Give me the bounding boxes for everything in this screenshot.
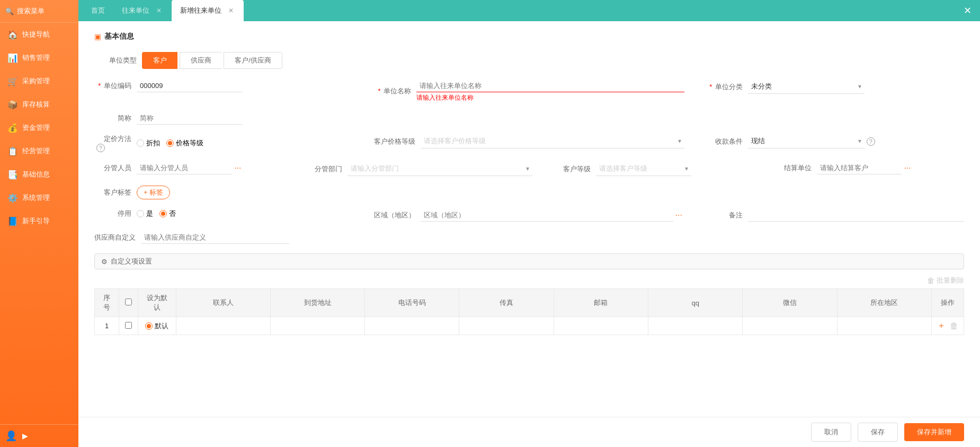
cell-phone[interactable] [365, 317, 459, 335]
radio-price-level[interactable]: 价格等级 [166, 138, 203, 148]
unit-name-required: * [378, 87, 380, 95]
batch-delete-label[interactable]: 批量删除 [937, 276, 964, 285]
sidebar-expand-icon[interactable]: ▶ [22, 432, 28, 440]
th-default: 设为默认 [138, 289, 176, 317]
add-tag-label: + 标签 [144, 188, 163, 197]
unit-name-error: 请输入往来单位名称 [416, 93, 684, 102]
form-row-4: 分管人员 ··· 分管部门 请输入分管部门 ▾ 客户等级 请选择客户等级 ▾ [94, 162, 964, 176]
radio-price-level-label: 价格等级 [176, 138, 203, 148]
supplier-custom-input[interactable] [141, 231, 289, 244]
cell-fax[interactable] [459, 317, 554, 335]
sidebar-item-inventory[interactable]: 📦 库存核算 [0, 93, 78, 116]
email-input[interactable] [559, 322, 643, 330]
tab-contacts-close[interactable]: ✕ [155, 6, 163, 15]
cell-region[interactable] [837, 317, 931, 335]
pricing-help-icon[interactable]: ? [96, 144, 105, 152]
custom-settings-button[interactable]: ⚙ 自定义项设置 [94, 253, 964, 269]
short-name-input[interactable] [137, 112, 243, 125]
main-area: 首页 往来单位 ✕ 新增往来单位 ✕ ✕ ▣ 基本信息 单位类型 客户 供应商 … [78, 0, 980, 447]
type-btn-supplier[interactable]: 供应商 [180, 52, 222, 69]
address-input[interactable] [276, 322, 359, 330]
sidebar-item-basics[interactable]: 📑 基础信息 [0, 163, 78, 186]
payment-terms-select[interactable]: 现结 ▾ [748, 134, 865, 148]
window-close-button[interactable]: ✕ [959, 5, 976, 16]
sidebar-item-operations[interactable]: 📋 经营管理 [0, 139, 78, 163]
sidebar-item-quick-nav[interactable]: 🏠 快捷导航 [0, 23, 78, 46]
tab-contacts[interactable]: 往来单位 ✕ [113, 0, 172, 21]
remarks-input[interactable] [748, 209, 964, 222]
section-title: 基本信息 [104, 32, 134, 41]
manager-input[interactable] [137, 162, 232, 174]
settlement-unit-input[interactable] [817, 162, 902, 174]
contact-input[interactable] [182, 322, 265, 330]
field-customer-price-level: 客户价格等级 请选择客户价格等级 ▾ [374, 134, 684, 148]
unit-code-input[interactable] [137, 80, 243, 92]
phone-input[interactable] [370, 322, 453, 330]
fax-input[interactable] [465, 322, 548, 330]
sidebar-search[interactable]: 🔍 搜索菜单 [0, 0, 78, 23]
radio-discount-outer [137, 139, 144, 147]
save-new-button[interactable]: 保存并新增 [904, 423, 964, 441]
field-supplier-custom: 供应商自定义 [94, 231, 964, 244]
manager-label: 分管人员 [94, 163, 137, 173]
table-select-all[interactable] [125, 299, 132, 305]
payment-help-icon[interactable]: ? [867, 137, 875, 146]
cell-address[interactable] [270, 317, 364, 335]
settlement-unit-ellipsis[interactable]: ··· [902, 163, 913, 173]
field-payment-terms: 收款条件 现结 ▾ ? [706, 134, 964, 148]
unit-type-row: 单位类型 客户 供应商 客户/供应商 [94, 52, 964, 69]
tab-new-contact-close[interactable]: ✕ [227, 6, 235, 15]
section-header: ▣ 基本信息 [94, 32, 964, 41]
table-body: 1 默认 [95, 317, 964, 335]
disabled-radio-group: 是 否 [137, 209, 176, 218]
region-ellipsis[interactable]: ··· [673, 211, 684, 220]
row-checkbox[interactable] [125, 322, 132, 329]
form-footer: 取消 保存 保存并新增 [78, 417, 980, 447]
row-delete-btn[interactable]: 🗑 [950, 321, 958, 331]
tab-new-contact[interactable]: 新增往来单位 ✕ [172, 0, 244, 21]
inventory-icon: 📦 [7, 99, 18, 110]
radio-disabled-no-label: 否 [169, 209, 176, 218]
unit-name-wrapper: 请输入往来单位名称 [416, 80, 684, 102]
cell-wechat[interactable] [743, 317, 837, 335]
sidebar-item-purchase[interactable]: 🛒 采购管理 [0, 69, 78, 93]
sidebar-label-sales: 销售管理 [22, 53, 50, 63]
cell-qq[interactable] [648, 317, 742, 335]
row-region-input[interactable] [843, 322, 926, 330]
form-row-6: 停用 是 否 区域（地区） [94, 209, 964, 222]
radio-disabled-yes[interactable]: 是 [137, 209, 153, 218]
radio-discount-label: 折扣 [146, 138, 160, 148]
unit-name-input[interactable] [416, 80, 684, 92]
add-tag-button[interactable]: + 标签 [137, 186, 170, 199]
customer-price-level-select[interactable]: 请选择客户价格等级 ▾ [421, 134, 684, 148]
cell-email[interactable] [554, 317, 648, 335]
customer-level-select[interactable]: 请选择客户等级 ▾ [596, 162, 691, 176]
unit-category-label: * 单位分类 [706, 82, 748, 92]
sidebar-item-sales[interactable]: 📊 销售管理 [0, 46, 78, 69]
qq-input[interactable] [654, 322, 737, 330]
wechat-input[interactable] [748, 322, 831, 330]
manager-ellipsis-btn[interactable]: ··· [232, 163, 243, 173]
unit-category-select[interactable]: 未分类 ▾ [748, 80, 865, 94]
radio-discount[interactable]: 折扣 [137, 138, 160, 148]
system-icon: ⚙️ [7, 192, 18, 203]
field-settlement-unit: 结算单位 ··· [774, 162, 964, 174]
radio-disabled-no[interactable]: 否 [159, 209, 176, 218]
type-btn-customer[interactable]: 客户 [142, 52, 177, 69]
row-add-btn[interactable]: ＋ [937, 320, 946, 331]
type-btn-both[interactable]: 客户/供应商 [224, 52, 282, 69]
sidebar-item-finance[interactable]: 💰 资金管理 [0, 116, 78, 139]
cancel-button[interactable]: 取消 [811, 423, 851, 442]
sidebar-item-guide[interactable]: 📘 新手引导 [0, 209, 78, 233]
payment-terms-label: 收款条件 [706, 137, 748, 146]
customer-price-level-arrow: ▾ [678, 137, 681, 145]
th-fax: 传真 [459, 289, 554, 317]
save-button[interactable]: 保存 [858, 423, 898, 442]
department-select[interactable]: 请输入分管部门 ▾ [348, 162, 532, 176]
region-input[interactable] [421, 209, 673, 222]
cell-contact[interactable] [176, 317, 270, 335]
sidebar-bottom: 👤 ▶ [0, 424, 78, 447]
tab-home[interactable]: 首页 [83, 0, 113, 21]
sidebar-item-system[interactable]: ⚙️ 系统管理 [0, 186, 78, 209]
row-default-radio[interactable] [145, 322, 153, 330]
